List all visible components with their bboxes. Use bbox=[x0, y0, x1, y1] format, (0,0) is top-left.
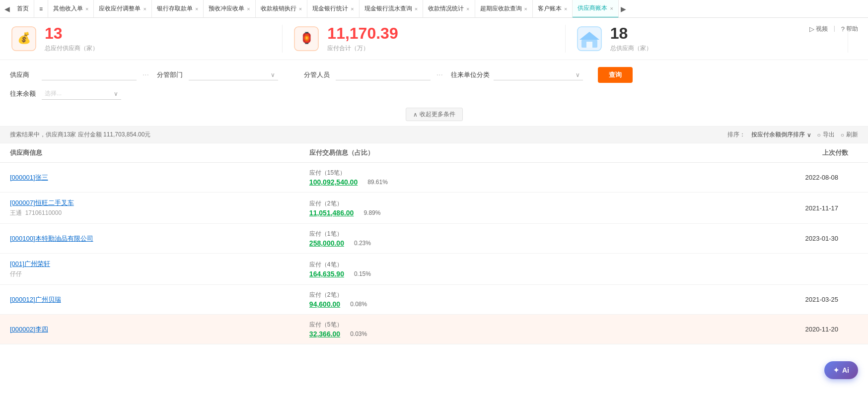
close-bank[interactable]: × bbox=[195, 6, 198, 12]
table-row[interactable]: [000001]张三 应付（15笔） 100,092,540.00 89.61%… bbox=[0, 163, 868, 193]
svg-text:💰: 💰 bbox=[17, 31, 31, 45]
result-summary: 搜索结果中，供应商13家 应付金额 111,703,854.00元 bbox=[10, 131, 150, 139]
table-row[interactable]: [000002]李四 应付（5笔） 32,366.00 0.03% 2020-1… bbox=[0, 315, 868, 344]
nav-tab-receipt-stat[interactable]: 收款情况统计 × bbox=[423, 0, 475, 18]
nav-tab-cash-flow[interactable]: 现金银行流水查询 × bbox=[360, 0, 423, 18]
close-other-income[interactable]: × bbox=[85, 6, 88, 12]
trade-amount-4[interactable]: 164,635.90 bbox=[309, 270, 344, 278]
department-select[interactable]: ∨ bbox=[189, 70, 278, 80]
close-customer-book[interactable]: × bbox=[564, 6, 567, 12]
header-supplier: 供应商信息 bbox=[10, 148, 309, 157]
header-last-pay: 上次付数 bbox=[668, 148, 858, 157]
close-prepay-ar[interactable]: × bbox=[247, 6, 250, 12]
nav-tab-prepay-ar[interactable]: 预收冲应收单 × bbox=[204, 0, 255, 18]
sort-arrow: ∨ bbox=[807, 131, 811, 138]
sort-area: 排序： 按应付余额倒序排序 ∨ ○ 导出 ○ 刷新 bbox=[727, 131, 859, 139]
total-amount-label: 应付合计（万） bbox=[327, 44, 398, 53]
unit-type-label: 往来单位分类 bbox=[451, 70, 490, 79]
collapse-btn[interactable]: ∧ 收起更多条件 bbox=[406, 108, 463, 121]
supplier-link-3[interactable]: [000100]本特勤油品有限公司 bbox=[10, 235, 93, 242]
sort-select[interactable]: 按应付余额倒序排序 ∨ bbox=[751, 131, 811, 139]
manager-dots[interactable]: ··· bbox=[436, 70, 443, 79]
nav-tab-menu[interactable]: ≡ bbox=[34, 0, 48, 18]
supplier-cell-3: [000100]本特勤油品有限公司 bbox=[10, 234, 309, 243]
header-trade: 应付交易信息（占比） bbox=[309, 148, 668, 157]
nav-tab-other-income[interactable]: 其他收入单 × bbox=[48, 0, 94, 18]
supplier-link-1[interactable]: [000001]张三 bbox=[10, 174, 48, 181]
supplier-link-2[interactable]: [000007]恒旺二手叉车 bbox=[10, 199, 74, 206]
close-ar-ap[interactable]: × bbox=[143, 6, 146, 12]
svg-rect-7 bbox=[586, 42, 592, 48]
total-amount-number: 11,170.39 bbox=[327, 25, 398, 42]
data-table: 供应商信息 应付交易信息（占比） 上次付数 [000001]张三 应付（15笔）… bbox=[0, 143, 868, 394]
unit-type-chevron: ∨ bbox=[576, 71, 580, 78]
filter-area: 供应商 ··· 分管部门 ∨ 分管人员 ··· 往来单位分类 ∨ bbox=[0, 60, 868, 127]
export-btn[interactable]: ○ 导出 bbox=[817, 131, 835, 139]
video-btn[interactable]: ▷ 视频 bbox=[809, 25, 828, 33]
close-receipt-stat[interactable]: × bbox=[466, 6, 469, 12]
stats-header: 💰 13 总应付供应商（家） 🏮 11,170.39 应付合计（万） bbox=[0, 18, 868, 60]
table-row[interactable]: [000100]本特勤油品有限公司 应付（1笔） 258,000.00 0.23… bbox=[0, 224, 868, 254]
svg-text:🏮: 🏮 bbox=[300, 31, 314, 45]
close-cash-bank[interactable]: × bbox=[351, 6, 354, 12]
table-row[interactable]: [001]广州荣轩 仔仔 应付（4笔） 164,635.90 0.15% bbox=[0, 254, 868, 285]
last-pay-cell-5: 2021-03-25 bbox=[668, 296, 858, 303]
trade-cell-2: 应付（2笔） 11,051,486.00 9.89% bbox=[309, 199, 668, 217]
last-pay-cell-6: 2020-11-20 bbox=[668, 326, 858, 333]
nav-tab-receipt-verify[interactable]: 收款核销执行 × bbox=[256, 0, 307, 18]
filter-department: 分管部门 ∨ bbox=[157, 70, 296, 80]
result-actions: ○ 导出 ○ 刷新 bbox=[817, 131, 859, 139]
trade-amount-2[interactable]: 11,051,486.00 bbox=[309, 209, 354, 217]
help-icon: ? bbox=[841, 25, 845, 33]
ap-suppliers-number: 13 bbox=[45, 25, 98, 42]
last-pay-cell-4 bbox=[668, 265, 858, 273]
supplier-cell-6: [000002]李四 bbox=[10, 325, 309, 334]
supplier-link-4[interactable]: [001]广州荣轩 bbox=[10, 260, 50, 267]
trade-amount-6[interactable]: 32,366.00 bbox=[309, 330, 340, 338]
department-label: 分管部门 bbox=[157, 70, 185, 79]
filter-unit-type: 往来单位分类 ∨ bbox=[451, 70, 590, 80]
result-bar: 搜索结果中，供应商13家 应付金额 111,703,854.00元 排序： 按应… bbox=[0, 127, 868, 143]
nav-tab-customer-book[interactable]: 客户账本 × bbox=[533, 0, 573, 18]
supplier-link-5[interactable]: [000012]广州贝瑞 bbox=[10, 296, 61, 303]
nav-tab-supplier-book[interactable]: 供应商账本 × bbox=[573, 0, 618, 18]
table-body: [000001]张三 应付（15笔） 100,092,540.00 89.61%… bbox=[0, 163, 868, 394]
ai-button[interactable]: ✦ Ai bbox=[824, 361, 858, 379]
supplier-cell-5: [000012]广州贝瑞 bbox=[10, 295, 309, 304]
collapse-icon: ∧ bbox=[413, 111, 418, 118]
refresh-btn[interactable]: ○ 刷新 bbox=[841, 131, 858, 139]
trade-amount-1[interactable]: 100,092,540.00 bbox=[309, 178, 358, 186]
supplier-input[interactable] bbox=[42, 70, 137, 80]
unit-type-select[interactable]: ∨ bbox=[494, 70, 583, 80]
search-button[interactable]: 查询 bbox=[598, 67, 633, 83]
nav-tab-cash-bank-stat[interactable]: 现金银行统计 × bbox=[307, 0, 359, 18]
stat-total-suppliers: 18 总供应商（家） bbox=[576, 25, 848, 53]
close-overdue-ar[interactable]: × bbox=[524, 6, 527, 12]
balance-label: 往来余额 bbox=[10, 89, 38, 98]
manager-input[interactable] bbox=[336, 70, 431, 80]
nav-tab-bank[interactable]: 银行存取款单 × bbox=[152, 0, 204, 18]
last-pay-cell-3: 2023-01-30 bbox=[668, 235, 858, 242]
balance-select[interactable]: 选择... ∨ bbox=[42, 88, 121, 100]
nav-next-arrow[interactable]: ▶ bbox=[619, 0, 629, 18]
total-suppliers-number: 18 bbox=[610, 25, 652, 42]
trade-amount-5[interactable]: 94,600.00 bbox=[309, 300, 340, 308]
nav-tab-overdue-ar[interactable]: 超期应收款查询 × bbox=[475, 0, 533, 18]
help-btn[interactable]: ? 帮助 bbox=[841, 25, 858, 33]
table-row[interactable]: [000007]恒旺二手叉车 王通 17106110000 应付（2笔） 11,… bbox=[0, 193, 868, 224]
nav-tab-ar-ap-adjust[interactable]: 应收应付调整单 × bbox=[94, 0, 151, 18]
trade-cell-5: 应付（2笔） 94,600.00 0.08% bbox=[309, 291, 668, 308]
nav-prev-arrow[interactable]: ◀ bbox=[2, 0, 12, 18]
close-receipt-verify[interactable]: × bbox=[299, 6, 302, 12]
trade-amount-3[interactable]: 258,000.00 bbox=[309, 239, 344, 247]
table-row[interactable]: [000012]广州贝瑞 应付（2笔） 94,600.00 0.08% 2021… bbox=[0, 285, 868, 315]
close-supplier-book[interactable]: × bbox=[610, 5, 613, 11]
close-cash-flow[interactable]: × bbox=[415, 6, 418, 12]
supplier-cell-1: [000001]张三 bbox=[10, 173, 309, 182]
trade-cell-4: 应付（4笔） 164,635.90 0.15% bbox=[309, 261, 668, 278]
supplier-link-6[interactable]: [000002]李四 bbox=[10, 326, 48, 333]
balance-chevron: ∨ bbox=[114, 90, 118, 97]
trade-cell-1: 应付（15笔） 100,092,540.00 89.61% bbox=[309, 169, 668, 186]
supplier-dots[interactable]: ··· bbox=[143, 70, 149, 79]
nav-tab-home[interactable]: 首页 bbox=[12, 0, 34, 18]
